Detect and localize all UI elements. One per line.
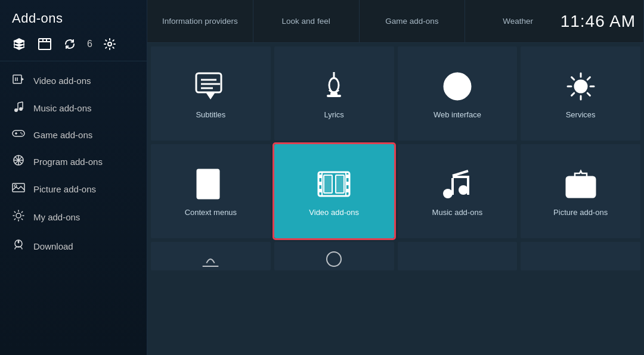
sidebar-item-label: Program add-ons <box>33 157 103 167</box>
my-addons-icon <box>12 209 25 225</box>
sidebar-item-label: Music add-ons <box>33 103 92 113</box>
svg-rect-29 <box>196 73 221 92</box>
sidebar-nav: Video add-ons Music add-ons <box>0 64 147 355</box>
settings-icon[interactable] <box>103 38 116 51</box>
svg-rect-1 <box>39 39 51 49</box>
svg-point-63 <box>459 185 468 195</box>
svg-point-27 <box>16 213 21 218</box>
svg-rect-61 <box>336 175 344 193</box>
grid-cell-subtitles[interactable]: Subtitles <box>151 46 271 141</box>
clock-display: 11:46 AM <box>561 12 636 31</box>
svg-point-19 <box>21 133 23 135</box>
download-icon <box>12 238 25 254</box>
subtitles-label: Subtitles <box>196 110 225 119</box>
addon-grid-row3-partial <box>147 242 644 274</box>
grid-cell-lyrics[interactable]: Lyrics <box>274 46 394 141</box>
svg-point-18 <box>20 132 21 133</box>
addon-grid-row2: Context menus Video a <box>147 144 644 242</box>
grid-cell-web-interface[interactable]: Web interface <box>398 46 518 141</box>
music-addons-icon <box>12 101 25 116</box>
sidebar-item-label: Game add-ons <box>33 130 92 140</box>
sidebar-item-picture-addons[interactable]: Picture add-ons <box>0 176 147 203</box>
package-icon[interactable] <box>12 37 26 51</box>
grid-partial-cell-3[interactable] <box>398 242 518 270</box>
svg-rect-15 <box>13 130 24 136</box>
page-title: Add-ons <box>0 0 147 32</box>
nav-information-providers[interactable]: Information providers <box>147 0 253 42</box>
sidebar-item-label: My add-ons <box>33 212 80 222</box>
addon-grid-row1: Subtitles Lyrics Web interface <box>147 43 644 144</box>
grid-partial-cell-4[interactable] <box>521 242 640 270</box>
sidebar-item-game-addons[interactable]: Game add-ons <box>0 122 147 148</box>
svg-point-73 <box>327 252 341 266</box>
program-addons-icon <box>12 154 25 169</box>
svg-line-67 <box>453 171 468 176</box>
context-menus-label: Context menus <box>185 208 237 217</box>
grid-cell-music-addons[interactable]: Music add-ons <box>398 144 518 238</box>
sidebar-item-download[interactable]: Download <box>0 232 147 261</box>
sidebar-item-my-addons[interactable]: My add-ons <box>0 203 147 232</box>
svg-rect-34 <box>327 95 341 97</box>
grid-cell-services[interactable]: Services <box>521 46 640 141</box>
main-content: Information providers Look and feel Game… <box>147 0 644 355</box>
package-box-icon[interactable] <box>37 37 52 51</box>
picture-addons-icon <box>12 182 25 196</box>
sidebar-item-video-addons[interactable]: Video add-ons <box>0 67 147 94</box>
svg-point-11 <box>19 107 23 111</box>
refresh-icon[interactable] <box>63 38 76 51</box>
svg-rect-60 <box>324 175 332 193</box>
top-navigation: Information providers Look and feel Game… <box>147 0 644 43</box>
svg-point-10 <box>14 108 18 112</box>
grid-partial-cell-2[interactable] <box>274 242 394 270</box>
game-addons-icon <box>12 129 25 141</box>
sidebar-item-label: Download <box>33 241 73 251</box>
grid-cell-video-addons[interactable]: Video add-ons <box>274 144 394 238</box>
lyrics-label: Lyrics <box>324 110 343 119</box>
sidebar-item-program-addons[interactable]: Program add-ons <box>0 148 147 176</box>
svg-point-43 <box>578 84 583 89</box>
services-label: Services <box>566 110 596 119</box>
svg-point-26 <box>14 185 17 187</box>
sidebar-item-label: Picture add-ons <box>33 184 96 194</box>
picture-addons-label: Picture add-ons <box>553 208 608 217</box>
svg-rect-51 <box>318 172 349 196</box>
music-addons-label: Music add-ons <box>432 208 483 217</box>
svg-point-62 <box>443 189 453 198</box>
web-interface-label: Web interface <box>434 110 481 119</box>
video-addons-cell-label: Video add-ons <box>309 208 359 217</box>
svg-marker-7 <box>21 77 24 81</box>
sidebar-item-label: Video add-ons <box>33 76 91 86</box>
nav-look-and-feel[interactable]: Look and feel <box>253 0 360 42</box>
svg-point-5 <box>108 42 112 46</box>
grid-partial-cell-1[interactable] <box>151 242 271 270</box>
svg-line-14 <box>18 102 23 103</box>
sidebar: Add-ons <box>0 0 147 355</box>
grid-cell-picture-addons[interactable]: Picture add-ons <box>521 144 640 238</box>
update-count: 6 <box>87 39 92 49</box>
sidebar-item-music-addons[interactable]: Music add-ons <box>0 94 147 122</box>
svg-point-70 <box>577 183 584 191</box>
svg-rect-71 <box>568 179 571 182</box>
sidebar-toolbar: 6 <box>0 32 147 58</box>
grid-cell-context-menus[interactable]: Context menus <box>151 144 271 238</box>
nav-game-add-ons[interactable]: Game add-ons <box>360 0 466 42</box>
video-addons-icon <box>12 74 25 88</box>
